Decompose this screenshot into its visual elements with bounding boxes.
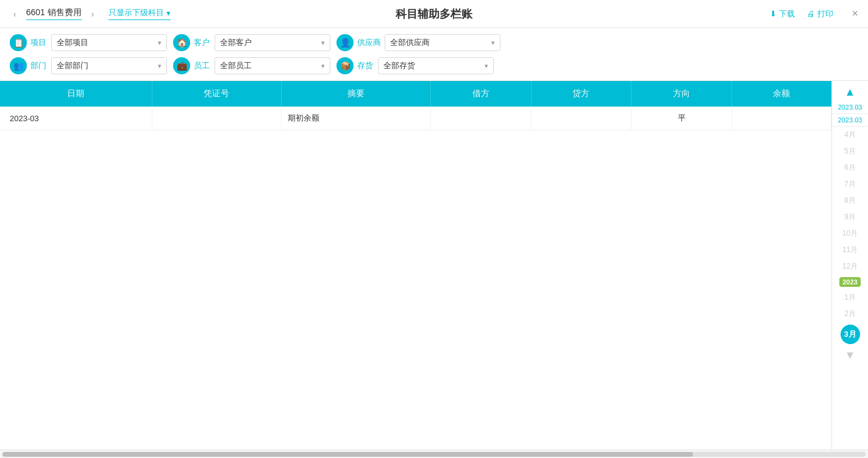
timeline-scroll-down[interactable]: ▼ <box>842 347 858 364</box>
supplier-arrow-icon: ▾ <box>491 39 495 47</box>
inventory-label: 存货 <box>357 60 374 71</box>
show-sub-arrow-icon: ▾ <box>166 9 171 18</box>
account-code-label: 6601 销售费用 <box>26 7 82 20</box>
table-header-row: 日期 凭证号 摘要 借方 贷方 方向 余额 <box>0 81 831 107</box>
employee-icon: 💼 <box>173 57 190 74</box>
table-row[interactable]: 2023-03 期初余额 平 <box>0 107 831 130</box>
table-main: 日期 凭证号 摘要 借方 贷方 方向 余额 2023-03 期初余额 <box>0 81 831 449</box>
timeline-month-4[interactable]: 4月 <box>832 127 868 143</box>
employee-label: 员工 <box>194 60 211 71</box>
timeline-scroll-up[interactable]: ▲ <box>842 83 858 101</box>
cell-direction: 平 <box>631 107 732 130</box>
main-window: ‹ 6601 销售费用 › 只显示下级科目 ▾ 科目辅助多栏账 ⬇ 下载 🖨 打… <box>0 0 868 458</box>
scrollbar-track[interactable] <box>2 452 866 457</box>
filter-item-customer: 🏠 客户 全部客户 ▾ <box>173 34 330 51</box>
show-sub-label: 只显示下级科目 <box>108 7 164 18</box>
project-label: 项目 <box>30 37 48 48</box>
col-date: 日期 <box>0 81 152 107</box>
scrollbar-thumb[interactable] <box>2 452 693 457</box>
department-value: 全部部门 <box>57 60 88 71</box>
print-button[interactable]: 🖨 打印 <box>807 9 833 19</box>
customer-label: 客户 <box>194 37 211 48</box>
project-value: 全部项目 <box>57 37 88 48</box>
col-voucher: 凭证号 <box>152 81 281 107</box>
project-select[interactable]: 全部项目 ▾ <box>51 34 167 51</box>
department-select[interactable]: 全部部门 ▾ <box>51 57 167 74</box>
cell-summary: 期初余额 <box>281 107 430 130</box>
print-icon: 🖨 <box>807 9 815 18</box>
timeline-month-12[interactable]: 12月 <box>832 258 868 275</box>
department-label: 部门 <box>30 60 48 71</box>
col-summary: 摘要 <box>281 81 430 107</box>
timeline-month-7[interactable]: 7月 <box>832 176 868 192</box>
customer-select[interactable]: 全部客户 ▾ <box>215 34 330 51</box>
year-badge: 2023 <box>839 277 860 287</box>
table-container: 日期 凭证号 摘要 借方 贷方 方向 余额 2023-03 期初余额 <box>0 81 868 449</box>
download-icon: ⬇ <box>770 9 777 18</box>
timeline-month-2[interactable]: 2月 <box>832 306 868 322</box>
download-button[interactable]: ⬇ 下载 <box>770 9 795 19</box>
customer-arrow-icon: ▾ <box>321 39 325 47</box>
timeline-month-10[interactable]: 10月 <box>832 225 868 242</box>
filter-item-inventory: 📦 存货 全部存货 ▾ <box>336 57 494 74</box>
filter-item-project: 📋 项目 全部项目 ▾ <box>10 34 167 51</box>
supplier-select[interactable]: 全部供应商 ▾ <box>385 34 500 51</box>
top-bar: ‹ 6601 销售费用 › 只显示下级科目 ▾ 科目辅助多栏账 ⬇ 下载 🖨 打… <box>0 0 868 28</box>
timeline-month-1[interactable]: 1月 <box>832 289 868 306</box>
employee-select[interactable]: 全部员工 ▾ <box>215 57 330 74</box>
supplier-value: 全部供应商 <box>390 37 430 48</box>
timeline-sidebar: ▲ 2023.03 2023.03 4月 5月 6月 7月 8月 9月 10月 … <box>831 81 868 449</box>
customer-value: 全部客户 <box>220 37 252 48</box>
close-button[interactable]: × <box>852 7 858 20</box>
download-label: 下载 <box>779 9 795 19</box>
cell-balance <box>731 107 831 130</box>
project-icon: 📋 <box>10 34 27 51</box>
timeline-sub-2023-03[interactable]: 2023.03 <box>832 114 868 127</box>
filter-item-employee: 💼 员工 全部员工 ▾ <box>173 57 330 74</box>
nav-next-button[interactable]: › <box>88 8 98 20</box>
cell-debit <box>430 107 531 130</box>
timeline-month-11[interactable]: 11月 <box>832 242 868 258</box>
print-label: 打印 <box>817 9 833 19</box>
inventory-icon: 📦 <box>336 57 354 74</box>
inventory-arrow-icon: ▾ <box>485 62 488 70</box>
col-debit: 借方 <box>430 81 531 107</box>
timeline-month-5[interactable]: 5月 <box>832 143 868 160</box>
ledger-table: 日期 凭证号 摘要 借方 贷方 方向 余额 2023-03 期初余额 <box>0 81 831 130</box>
filter-item-department: 👥 部门 全部部门 ▾ <box>10 57 167 74</box>
timeline-month-3-active[interactable]: 3月 <box>841 325 860 344</box>
project-arrow-icon: ▾ <box>158 39 162 47</box>
filter-bar: 📋 项目 全部项目 ▾ 🏠 客户 全部客户 ▾ 👤 供应商 全部供应商 ▾ <box>0 28 868 81</box>
customer-icon: 🏠 <box>173 34 190 51</box>
bottom-scrollbar[interactable] <box>0 449 868 458</box>
department-arrow-icon: ▾ <box>158 62 162 70</box>
page-title: 科目辅助多栏账 <box>396 7 472 21</box>
supplier-label: 供应商 <box>357 37 381 48</box>
top-actions: ⬇ 下载 🖨 打印 × <box>770 7 858 20</box>
department-icon: 👥 <box>10 57 27 74</box>
timeline-group-2023-03[interactable]: 2023.03 <box>832 101 868 114</box>
cell-voucher <box>152 107 281 130</box>
cell-credit <box>531 107 631 130</box>
employee-value: 全部员工 <box>220 60 252 71</box>
cell-date: 2023-03 <box>0 107 152 130</box>
nav-prev-button[interactable]: ‹ <box>10 8 20 20</box>
show-sub-button[interactable]: 只显示下级科目 ▾ <box>108 7 171 20</box>
col-credit: 贷方 <box>531 81 631 107</box>
filter-item-supplier: 👤 供应商 全部供应商 ▾ <box>336 34 500 51</box>
timeline-month-6[interactable]: 6月 <box>832 160 868 176</box>
timeline-month-9[interactable]: 9月 <box>832 209 868 225</box>
supplier-icon: 👤 <box>336 34 354 51</box>
employee-arrow-icon: ▾ <box>321 62 325 70</box>
inventory-value: 全部存货 <box>383 60 415 71</box>
col-balance: 余额 <box>731 81 831 107</box>
col-direction: 方向 <box>631 81 732 107</box>
inventory-select[interactable]: 全部存货 ▾ <box>378 57 494 74</box>
timeline-month-8[interactable]: 8月 <box>832 192 868 209</box>
